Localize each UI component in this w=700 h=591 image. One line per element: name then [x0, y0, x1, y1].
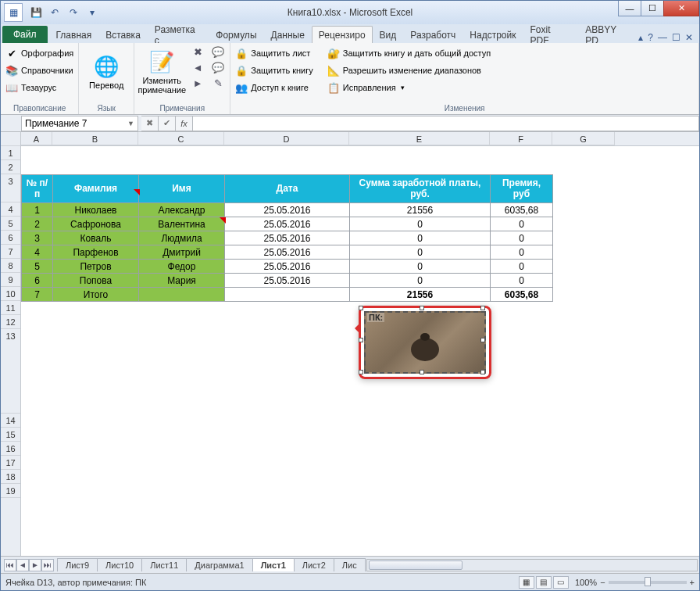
row-header[interactable]: 16	[1, 442, 20, 456]
minimize-button[interactable]: —	[618, 1, 641, 16]
table-cell[interactable]: 0	[491, 260, 553, 274]
column-header[interactable]: E	[349, 132, 490, 145]
table-cell[interactable]: Итого	[53, 288, 139, 302]
cancel-formula-icon[interactable]: ✖	[141, 116, 159, 131]
table-cell[interactable]: 0	[350, 217, 491, 231]
table-cell[interactable]: Дмитрий	[139, 245, 225, 260]
zoom-level[interactable]: 100%	[575, 578, 597, 587]
column-header[interactable]: C	[138, 132, 224, 145]
sheet-tab[interactable]: Лист10	[97, 558, 142, 571]
next-sheet-icon[interactable]: ►	[29, 559, 41, 571]
resize-handle[interactable]	[359, 306, 363, 310]
table-cell[interactable]: 25.05.2016	[225, 274, 350, 288]
column-header[interactable]: B	[52, 132, 138, 145]
table-cell[interactable]: 0	[491, 274, 553, 288]
resize-handle[interactable]	[480, 338, 485, 342]
reference-button[interactable]: 📚Справочники	[5, 62, 73, 79]
ribbon-tab-4[interactable]: Данные	[264, 26, 312, 43]
ribbon-tab-1[interactable]: Вставка	[98, 26, 148, 43]
select-all-corner[interactable]	[1, 132, 20, 146]
table-cell[interactable]: Парфенов	[53, 245, 139, 260]
translate-button[interactable]: 🌐Перевод	[84, 45, 129, 99]
share-workbook-button[interactable]: 👥Доступ к книге	[235, 79, 313, 96]
mdi-restore-icon[interactable]: ☐	[672, 32, 680, 43]
mdi-close-icon[interactable]: ✕	[685, 32, 693, 43]
track-changes-button[interactable]: 📋Исправления▾	[327, 79, 491, 96]
show-ink-icon[interactable]: ✎	[211, 76, 225, 90]
ribbon-tab-8[interactable]: Надстройк	[462, 26, 523, 43]
name-box[interactable]: Примечание 7 ▼	[21, 116, 138, 131]
table-cell[interactable]: 1	[22, 203, 53, 217]
resize-handle[interactable]	[359, 338, 363, 342]
next-comment-icon[interactable]: ►	[191, 76, 205, 90]
table-cell[interactable]: 5	[22, 260, 53, 274]
table-cell[interactable]: 25.05.2016	[225, 217, 350, 231]
table-cell[interactable]: Мария	[139, 274, 225, 288]
row-header[interactable]: 5	[1, 217, 20, 231]
show-all-comments-icon[interactable]: 💬	[211, 60, 225, 74]
row-header[interactable]: 17	[1, 456, 20, 470]
qat-dropdown-icon[interactable]: ▾	[84, 4, 101, 21]
table-header-cell[interactable]: Фамилия	[53, 175, 139, 203]
edit-comment-button[interactable]: 📝Изменить примечание	[139, 45, 184, 99]
ribbon-tab-2[interactable]: Разметка с	[148, 26, 209, 43]
protect-and-share-button[interactable]: 🔐Защитить книгу и дать общий доступ	[327, 45, 491, 62]
page-break-view-icon[interactable]: ▭	[553, 576, 569, 589]
table-cell[interactable]: Попова	[53, 274, 139, 288]
column-header[interactable]: D	[224, 132, 349, 145]
table-header-cell[interactable]: Премия, руб	[491, 175, 553, 203]
page-layout-view-icon[interactable]: ▤	[536, 576, 552, 589]
table-header-cell[interactable]: № п/п	[22, 175, 53, 203]
table-header-cell[interactable]: Имя	[139, 175, 225, 203]
resize-handle[interactable]	[480, 370, 485, 374]
column-header[interactable]: A	[21, 132, 52, 145]
help-icon[interactable]: ?	[648, 32, 653, 43]
enter-formula-icon[interactable]: ✔	[159, 116, 176, 131]
table-cell[interactable]: 21556	[350, 203, 491, 217]
allow-ranges-button[interactable]: 📐Разрешить изменение диапазонов	[327, 62, 491, 79]
name-box-dropdown-icon[interactable]: ▼	[127, 120, 134, 127]
table-cell[interactable]: 0	[491, 231, 553, 245]
protect-workbook-button[interactable]: 🔒Защитить книгу	[235, 62, 313, 79]
sheet-tab[interactable]: Диаграмма1	[186, 558, 252, 571]
ribbon-tab-10[interactable]: ABBYY PD	[578, 26, 638, 43]
table-cell[interactable]: Коваль	[53, 231, 139, 245]
ribbon-tab-3[interactable]: Формулы	[209, 26, 263, 43]
save-icon[interactable]: 💾	[27, 4, 45, 21]
minimize-ribbon-icon[interactable]: ▴	[638, 32, 643, 43]
zoom-slider[interactable]	[609, 581, 687, 584]
first-sheet-icon[interactable]: ⏮	[4, 559, 16, 571]
row-header[interactable]: 14	[1, 414, 20, 428]
ribbon-tab-7[interactable]: Разработч	[403, 26, 462, 43]
row-header[interactable]: 18	[1, 470, 20, 484]
show-comment-icon[interactable]: 💬	[211, 45, 225, 59]
sheet-tab[interactable]: Лист1	[252, 558, 295, 571]
row-header[interactable]: 19	[1, 484, 20, 498]
table-cell[interactable]: 25.05.2016	[225, 245, 350, 260]
sheet-tab[interactable]: Лис	[334, 558, 366, 571]
column-header[interactable]: F	[490, 132, 552, 145]
table-cell[interactable]: 0	[491, 217, 553, 231]
spelling-button[interactable]: ✔Орфография	[5, 45, 73, 62]
row-header[interactable]: 2	[1, 160, 20, 174]
undo-icon[interactable]: ↶	[46, 4, 63, 21]
table-header-cell[interactable]: Сумма заработной платы, руб.	[350, 175, 491, 203]
table-cell[interactable]: 0	[350, 260, 491, 274]
ribbon-tab-6[interactable]: Вид	[373, 26, 404, 43]
system-menu-icon[interactable]: ▦	[4, 3, 23, 22]
row-header[interactable]: 3	[1, 174, 20, 202]
sheet-tab[interactable]: Лист2	[294, 558, 334, 571]
row-header[interactable]: 7	[1, 245, 20, 259]
delete-comment-icon[interactable]: ✖	[191, 45, 205, 59]
table-cell[interactable]: Людмила	[139, 231, 225, 245]
table-cell[interactable]	[225, 288, 350, 302]
table-cell[interactable]: 25.05.2016	[225, 203, 350, 217]
table-cell[interactable]: 21556	[350, 288, 491, 302]
row-header[interactable]: 10	[1, 287, 20, 301]
table-cell[interactable]: Валентина	[139, 217, 225, 231]
sheet-tab[interactable]: Лист11	[141, 558, 187, 571]
row-header[interactable]: 11	[1, 301, 20, 315]
table-cell[interactable]: 2	[22, 217, 53, 231]
ribbon-tab-9[interactable]: Foxit PDF	[523, 26, 579, 43]
sheet-tab[interactable]: Лист9	[57, 558, 98, 571]
